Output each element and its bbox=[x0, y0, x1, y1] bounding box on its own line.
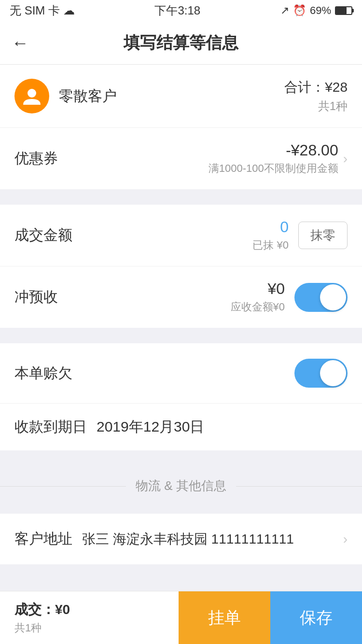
status-right: ↗ ⏰ 69% bbox=[280, 4, 352, 17]
divider-1 bbox=[0, 197, 362, 205]
avatar bbox=[14, 79, 49, 113]
pre-collection-right: ¥0 应收金额¥0 bbox=[231, 280, 348, 314]
address-label: 客户地址 bbox=[14, 529, 72, 549]
deal-amount-value-col: 0 已抹 ¥0 bbox=[252, 218, 289, 252]
coupon-discount: -¥28.00 bbox=[209, 141, 338, 159]
due-date-label: 收款到期日 bbox=[14, 417, 87, 437]
pre-collection-sub: 应收金额¥0 bbox=[231, 300, 285, 314]
customer-row: 零散客户 合计：¥28 共1种 bbox=[0, 65, 362, 127]
content: 零散客户 合计：¥28 共1种 优惠券 -¥28.00 满1000-100不限制… bbox=[0, 65, 362, 644]
deal-amount-sub: 已抹 ¥0 bbox=[252, 238, 289, 252]
coupon-info: -¥28.00 满1000-100不限制使用金额 bbox=[209, 141, 338, 176]
back-button[interactable]: ← bbox=[12, 33, 29, 53]
page-title: 填写结算等信息 bbox=[124, 32, 238, 54]
pre-collection-row: 冲预收 ¥0 应收金额¥0 bbox=[0, 266, 362, 328]
address-row[interactable]: 客户地址 张三 海淀永丰科技园 11111111111 › bbox=[0, 514, 362, 564]
round-zero-button[interactable]: 抹零 bbox=[298, 222, 348, 249]
divider-2 bbox=[0, 336, 362, 343]
status-time: 下午3:18 bbox=[154, 3, 200, 18]
status-left: 无 SIM 卡 ☁ bbox=[10, 3, 75, 18]
bottom-deal-text: 成交：¥0 bbox=[14, 601, 164, 619]
address-section: 客户地址 张三 海淀永丰科技园 11111111111 › bbox=[0, 514, 362, 564]
deal-amount-label: 成交金额 bbox=[14, 225, 72, 245]
bottom-deal-value: ¥0 bbox=[55, 602, 70, 617]
battery-level: 69% bbox=[310, 4, 331, 17]
bottom-summary: 成交：¥0 共1种 bbox=[0, 601, 179, 635]
bottom-deal-label: 成交： bbox=[14, 602, 55, 617]
customer-section: 零散客户 合计：¥28 共1种 优惠券 -¥28.00 满1000-100不限制… bbox=[0, 65, 362, 189]
divider-4 bbox=[0, 506, 362, 514]
pre-collection-toggle[interactable] bbox=[294, 283, 348, 312]
coupon-label: 优惠券 bbox=[14, 149, 58, 168]
alarm-icon: ⏰ bbox=[293, 4, 306, 17]
deal-amount-section: 成交金额 0 已抹 ¥0 抹零 冲预收 ¥0 应收金额¥0 bbox=[0, 205, 362, 328]
customer-left: 零散客户 bbox=[14, 79, 117, 113]
debt-section: 本单赊欠 收款到期日 2019年12月30日 bbox=[0, 343, 362, 450]
address-chevron-icon: › bbox=[343, 532, 348, 547]
coupon-row[interactable]: 优惠券 -¥28.00 满1000-100不限制使用金额 › bbox=[0, 127, 362, 189]
debt-toggle-knob bbox=[320, 360, 346, 386]
coupon-right: -¥28.00 满1000-100不限制使用金额 › bbox=[209, 141, 348, 176]
location-icon: ↗ bbox=[280, 4, 289, 17]
bottom-count: 共1种 bbox=[14, 621, 164, 635]
due-date-row: 收款到期日 2019年12月30日 bbox=[0, 403, 362, 450]
save-button[interactable]: 保存 bbox=[270, 591, 362, 644]
debt-label: 本单赊欠 bbox=[14, 364, 72, 383]
logistics-header-text: 物流 & 其他信息 bbox=[126, 478, 236, 493]
deal-amount-row: 成交金额 0 已抹 ¥0 抹零 bbox=[0, 205, 362, 266]
debt-toggle[interactable] bbox=[294, 359, 348, 388]
due-date-value: 2019年12月30日 bbox=[97, 417, 204, 437]
address-value: 张三 海淀永丰科技园 11111111111 bbox=[82, 530, 343, 548]
hang-button[interactable]: 挂单 bbox=[179, 591, 270, 644]
debt-row: 本单赊欠 bbox=[0, 343, 362, 403]
customer-right: 合计：¥28 共1种 bbox=[284, 78, 348, 114]
status-bar: 无 SIM 卡 ☁ 下午3:18 ↗ ⏰ 69% bbox=[0, 0, 362, 21]
sim-status: 无 SIM 卡 ☁ bbox=[10, 3, 75, 18]
deal-amount-right: 0 已抹 ¥0 抹零 bbox=[252, 218, 348, 252]
customer-total: 合计：¥28 bbox=[284, 78, 348, 97]
battery-icon bbox=[335, 6, 352, 15]
nav-bar: ← 填写结算等信息 bbox=[0, 21, 362, 65]
customer-name: 零散客户 bbox=[59, 86, 117, 106]
customer-count: 共1种 bbox=[284, 98, 348, 114]
pre-collection-info: ¥0 应收金额¥0 bbox=[231, 280, 285, 314]
pre-collection-value: ¥0 bbox=[231, 280, 285, 298]
divider-3 bbox=[0, 458, 362, 466]
coupon-desc: 满1000-100不限制使用金额 bbox=[209, 161, 338, 176]
chevron-right-icon: › bbox=[343, 151, 348, 167]
bottom-bar: 成交：¥0 共1种 挂单 保存 bbox=[0, 591, 362, 644]
pre-collection-label: 冲预收 bbox=[14, 287, 58, 307]
person-icon bbox=[21, 85, 42, 107]
logistics-header: 物流 & 其他信息 bbox=[0, 466, 362, 506]
toggle-knob bbox=[320, 284, 346, 310]
deal-amount-value: 0 bbox=[252, 218, 289, 236]
svg-point-0 bbox=[28, 89, 36, 98]
